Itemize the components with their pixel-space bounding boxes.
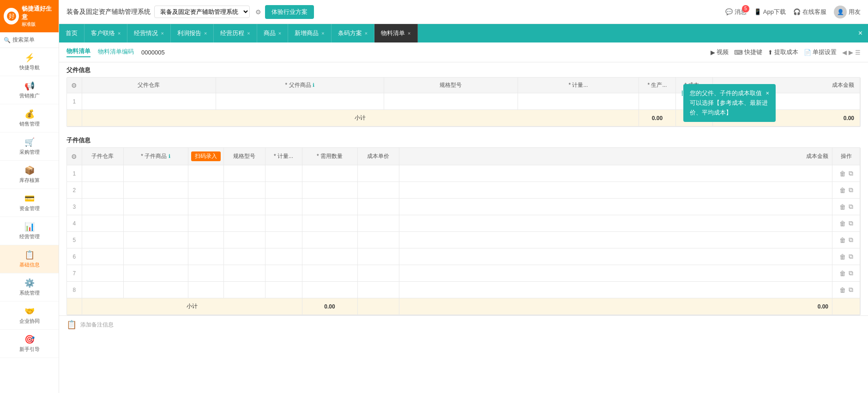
- child-unit-price-4[interactable]: [357, 215, 399, 232]
- child-unit-price-6[interactable]: [357, 248, 399, 265]
- scan-input-btn[interactable]: 扫码录入: [191, 151, 221, 161]
- app-download-btn[interactable]: 📱 App下载: [754, 8, 786, 16]
- tab-goods-close[interactable]: ×: [278, 30, 281, 36]
- user-btn[interactable]: 👤 用友: [834, 6, 861, 18]
- child-unit-6[interactable]: [265, 248, 302, 265]
- tab-new-goods-close[interactable]: ×: [321, 30, 324, 36]
- parent-col-gear[interactable]: ⚙: [67, 78, 82, 93]
- child-quantity-2[interactable]: [302, 182, 357, 199]
- tooltip-close-btn[interactable]: ×: [766, 89, 769, 98]
- child-unit-5[interactable]: [265, 232, 302, 248]
- child-delete-btn-4[interactable]: 🗑: [839, 220, 846, 227]
- child-delete-btn-8[interactable]: 🗑: [839, 286, 846, 294]
- sidebar-item-enterprise[interactable]: 🤝 企业协同: [0, 302, 59, 330]
- child-delete-btn-2[interactable]: 🗑: [839, 187, 846, 194]
- nav-menu-btn[interactable]: ☰: [855, 49, 861, 56]
- tab-history[interactable]: 经营历程×: [214, 24, 257, 42]
- tab-profit-close[interactable]: ×: [204, 30, 207, 36]
- child-quantity-7[interactable]: [302, 265, 357, 282]
- online-service-btn[interactable]: 🎧 在线客服: [793, 8, 826, 16]
- child-copy-btn-8[interactable]: ⧉: [849, 286, 853, 294]
- child-warehouse-3[interactable]: [82, 199, 123, 215]
- sidebar-item-guide[interactable]: 🎯 新手引导: [0, 330, 59, 358]
- tab-business-close[interactable]: ×: [161, 30, 163, 36]
- tab-customer[interactable]: 客户联络×: [84, 24, 127, 42]
- child-quantity-6[interactable]: [302, 248, 357, 265]
- child-warehouse-7[interactable]: [82, 265, 123, 282]
- child-col-gear[interactable]: ⚙: [67, 148, 82, 165]
- child-spec-1[interactable]: [223, 165, 265, 182]
- child-copy-btn-3[interactable]: ⧉: [849, 203, 853, 211]
- child-unit-price-2[interactable]: [357, 182, 399, 199]
- child-spec-2[interactable]: [223, 182, 265, 199]
- video-btn[interactable]: ▶ 视频: [711, 48, 729, 56]
- sidebar-item-operations[interactable]: 📊 经营管理: [0, 217, 59, 245]
- close-all-tabs-btn[interactable]: ×: [853, 29, 868, 37]
- tab-profit[interactable]: 利润报告×: [171, 24, 214, 42]
- sidebar-item-basic-info[interactable]: 📋 基础信息: [0, 245, 59, 273]
- child-warehouse-2[interactable]: [82, 182, 123, 199]
- child-warehouse-4[interactable]: [82, 215, 123, 232]
- message-btn[interactable]: 💬 消息 5: [725, 8, 747, 16]
- child-product-2[interactable]: [123, 182, 188, 199]
- child-unit-price-8[interactable]: [357, 282, 399, 298]
- sidebar-item-inventory[interactable]: 📦 库存核算: [0, 161, 59, 189]
- child-warehouse-6[interactable]: [82, 248, 123, 265]
- parent-product-1[interactable]: [216, 93, 384, 110]
- single-settings-btn[interactable]: 📄 单据设置: [804, 48, 837, 56]
- child-delete-btn-3[interactable]: 🗑: [839, 203, 846, 211]
- child-unit-1[interactable]: [265, 165, 302, 182]
- tab-home[interactable]: 首页: [59, 24, 84, 42]
- sidebar-item-marketing[interactable]: 📢 营销推广: [0, 76, 59, 104]
- child-spec-5[interactable]: [223, 232, 265, 248]
- child-product-6[interactable]: [123, 248, 188, 265]
- sidebar-search[interactable]: 🔍 搜索菜单: [0, 32, 59, 48]
- tab-barcode-close[interactable]: ×: [365, 30, 368, 36]
- shortcut-btn[interactable]: ⌨ 快捷键: [734, 48, 762, 56]
- child-unit-7[interactable]: [265, 265, 302, 282]
- tab-barcode[interactable]: 条码方案×: [332, 24, 374, 42]
- child-unit-price-5[interactable]: [357, 232, 399, 248]
- tab-bom-close[interactable]: ×: [408, 30, 410, 36]
- child-quantity-5[interactable]: [302, 232, 357, 248]
- parent-spec-1[interactable]: [384, 93, 518, 110]
- child-warehouse-5[interactable]: [82, 232, 123, 248]
- child-unit-3[interactable]: [265, 199, 302, 215]
- child-delete-btn-1[interactable]: 🗑: [839, 170, 846, 177]
- tab-new-goods[interactable]: 新增商品×: [288, 24, 331, 42]
- child-unit-price-1[interactable]: [357, 165, 399, 182]
- child-delete-btn-6[interactable]: 🗑: [839, 253, 846, 260]
- child-product-1[interactable]: [123, 165, 188, 182]
- child-quantity-3[interactable]: [302, 199, 357, 215]
- tab-goods[interactable]: 商品×: [257, 24, 288, 42]
- parent-produce-1[interactable]: [639, 93, 675, 110]
- child-copy-btn-5[interactable]: ⧉: [849, 236, 853, 244]
- sidebar-item-purchase[interactable]: 🛒 采购管理: [0, 133, 59, 161]
- sidebar-item-sales[interactable]: 💰 销售管理: [0, 104, 59, 133]
- tab-customer-close[interactable]: ×: [118, 30, 121, 36]
- sub-tab-bom[interactable]: 物料清单: [66, 47, 90, 57]
- child-unit-price-3[interactable]: [357, 199, 399, 215]
- child-unit-2[interactable]: [265, 182, 302, 199]
- child-quantity-8[interactable]: [302, 282, 357, 298]
- sidebar-item-quick-nav[interactable]: ⚡ 快捷导航: [0, 48, 59, 76]
- tab-business[interactable]: 经营情况×: [127, 24, 170, 42]
- child-spec-3[interactable]: [223, 199, 265, 215]
- child-spec-7[interactable]: [223, 265, 265, 282]
- parent-warehouse-1[interactable]: [82, 93, 216, 110]
- child-copy-btn-1[interactable]: ⧉: [849, 169, 853, 177]
- child-product-8[interactable]: [123, 282, 188, 298]
- child-delete-btn-7[interactable]: 🗑: [839, 270, 846, 277]
- tab-history-close[interactable]: ×: [247, 30, 250, 36]
- sub-tab-bom-code[interactable]: 物料清单编码: [98, 48, 134, 57]
- nav-prev-btn[interactable]: ◀: [842, 49, 847, 56]
- child-quantity-1[interactable]: [302, 165, 357, 182]
- child-quantity-4[interactable]: [302, 215, 357, 232]
- sidebar-item-system[interactable]: ⚙️ 系统管理: [0, 273, 59, 302]
- child-warehouse-8[interactable]: [82, 282, 123, 298]
- child-unit-4[interactable]: [265, 215, 302, 232]
- child-unit-price-7[interactable]: [357, 265, 399, 282]
- child-unit-8[interactable]: [265, 282, 302, 298]
- child-product-5[interactable]: [123, 232, 188, 248]
- child-spec-4[interactable]: [223, 215, 265, 232]
